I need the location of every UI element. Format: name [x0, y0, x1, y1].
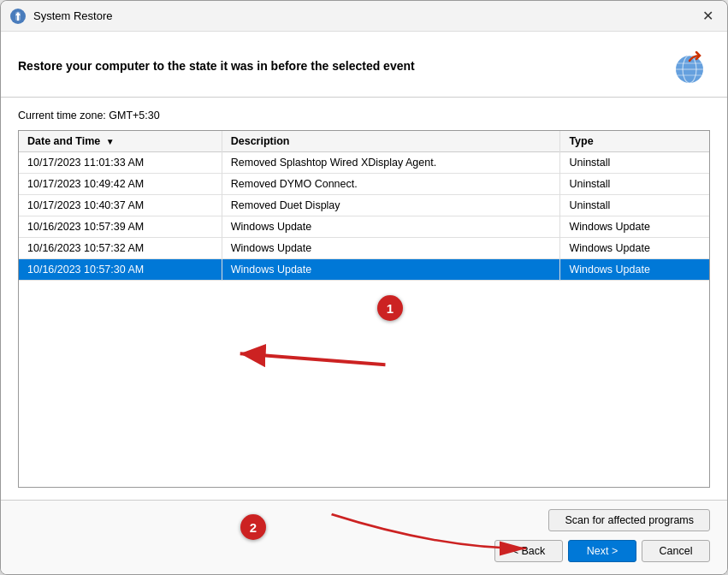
back-button[interactable]: < Back — [494, 540, 563, 562]
col-header-description[interactable]: Description — [222, 131, 560, 152]
system-restore-icon — [9, 8, 27, 25]
cell-date: 10/16/2023 10:57:39 AM — [19, 216, 222, 238]
nav-line: 2 < Back Next > Cancel — [18, 540, 710, 562]
table-header-row: Date and Time ▼ Description Type — [19, 131, 709, 152]
timezone-label: Current time zone: GMT+5:30 — [18, 110, 710, 122]
cell-description: Removed Splashtop Wired XDisplay Agent. — [222, 152, 560, 174]
restore-points-table: Date and Time ▼ Description Type — [19, 131, 709, 281]
cell-type: Uninstall — [560, 152, 709, 174]
header-title: Restore your computer to the state it wa… — [18, 59, 415, 73]
cell-date: 10/17/2023 10:40:37 AM — [19, 195, 222, 216]
table-row[interactable]: 10/16/2023 10:57:32 AMWindows UpdateWind… — [19, 238, 709, 259]
cell-type: Windows Update — [560, 238, 709, 259]
cell-date: 10/16/2023 10:57:32 AM — [19, 238, 222, 259]
cell-type: Windows Update — [560, 216, 709, 238]
header-section: Restore your computer to the state it wa… — [1, 32, 727, 98]
table-container: Date and Time ▼ Description Type — [18, 130, 710, 488]
cell-type: Uninstall — [560, 195, 709, 216]
sort-arrow-icon: ▼ — [106, 137, 115, 146]
cell-description: Removed Duet Display — [222, 195, 560, 216]
table-row[interactable]: 10/17/2023 11:01:33 AMRemoved Splashtop … — [19, 152, 709, 174]
system-restore-window: System Restore ✕ Restore your computer t… — [0, 0, 728, 575]
globe-icon — [669, 45, 710, 86]
cancel-button[interactable]: Cancel — [642, 540, 710, 562]
cell-type: Windows Update — [560, 259, 709, 281]
col-header-date[interactable]: Date and Time ▼ — [19, 131, 222, 152]
table-wrapper: Date and Time ▼ Description Type — [18, 130, 710, 488]
cell-description: Windows Update — [222, 216, 560, 238]
title-bar-left: System Restore — [9, 8, 112, 25]
bottom-section: Scan for affected programs 2 < Back Next… — [1, 500, 727, 574]
cell-description: Windows Update — [222, 238, 560, 259]
title-bar: System Restore ✕ — [1, 1, 727, 32]
scan-line: Scan for affected programs — [18, 509, 710, 531]
cell-date: 10/16/2023 10:57:30 AM — [19, 259, 222, 281]
cell-description: Removed DYMO Connect. — [222, 174, 560, 195]
cell-date: 10/17/2023 10:49:42 AM — [19, 174, 222, 195]
next-button[interactable]: Next > — [568, 540, 636, 562]
col-header-type[interactable]: Type — [560, 131, 709, 152]
content-area: Current time zone: GMT+5:30 Date and Tim… — [1, 98, 727, 500]
cell-date: 10/17/2023 11:01:33 AM — [19, 152, 222, 174]
table-row[interactable]: 10/16/2023 10:57:30 AMWindows UpdateWind… — [19, 259, 709, 281]
annotation-badge-2: 2 — [240, 514, 266, 540]
scan-button[interactable]: Scan for affected programs — [548, 509, 710, 531]
window-title: System Restore — [33, 9, 112, 22]
table-row[interactable]: 10/17/2023 10:40:37 AMRemoved Duet Displ… — [19, 195, 709, 216]
close-button[interactable]: ✕ — [696, 5, 719, 27]
cell-type: Uninstall — [560, 174, 709, 195]
cell-description: Windows Update — [222, 259, 560, 281]
table-row[interactable]: 10/16/2023 10:57:39 AMWindows UpdateWind… — [19, 216, 709, 238]
table-row[interactable]: 10/17/2023 10:49:42 AMRemoved DYMO Conne… — [19, 174, 709, 195]
